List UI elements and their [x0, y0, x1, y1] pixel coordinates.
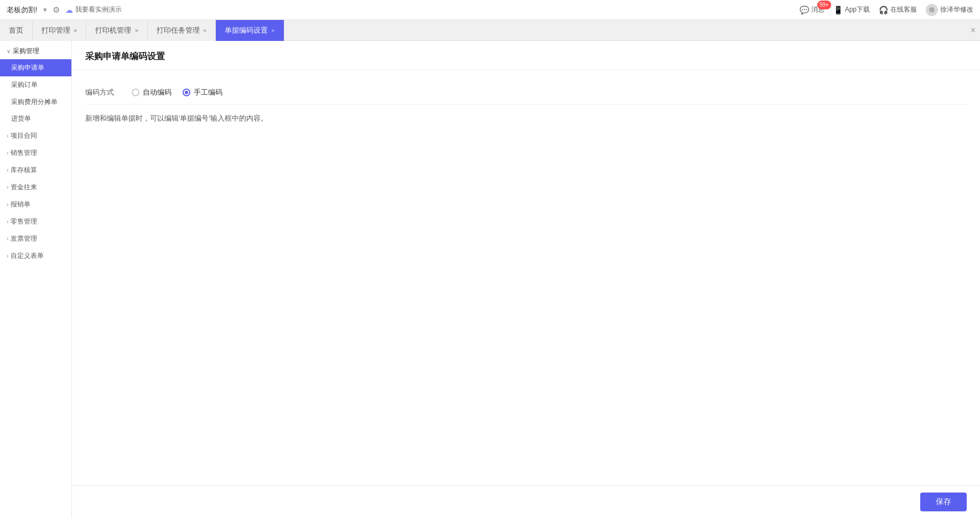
tab-printer-manage-label: 打印机管理: [95, 25, 131, 35]
search-bar[interactable]: ☁ 我要看实例演示: [65, 5, 122, 14]
content-header: 采购申请单编码设置: [72, 41, 980, 70]
sidebar-item-purchase-expense[interactable]: 采购费用分摊单: [0, 94, 71, 111]
chevron-right-icon: ›: [7, 133, 8, 139]
radio-manual-circle: [183, 89, 190, 96]
radio-group-coding: 自动编码 手工编码: [132, 87, 222, 97]
sidebar-item-purchase-expense-label: 采购费用分摊单: [11, 98, 58, 106]
app-download-btn[interactable]: 📱 App下载: [833, 5, 870, 14]
sidebar-item-project-contract-label: 项目合同: [11, 131, 37, 141]
app-download-label: App下载: [845, 5, 870, 14]
info-text: 新增和编辑单据时，可以编辑'单据编号'输入框中的内容。: [85, 113, 967, 123]
search-text: 我要看实例演示: [75, 5, 122, 14]
radio-manual-label: 手工编码: [194, 87, 222, 97]
sidebar-item-returns-label: 报销单: [11, 200, 30, 209]
coding-mode-label: 编码方式: [85, 87, 118, 97]
sidebar-item-purchase-arrival[interactable]: 进货单: [0, 110, 71, 127]
username: 徐泽华修改: [940, 5, 973, 14]
sidebar-item-purchase-order-label: 采购订单: [11, 81, 38, 89]
dropdown-icon[interactable]: ▾: [43, 6, 47, 14]
brand-text: 老板勿割!: [7, 5, 38, 15]
tab-print-task-close[interactable]: ×: [203, 27, 206, 34]
content-footer: 保存: [72, 485, 980, 518]
chevron-right-icon2: ›: [7, 150, 8, 156]
content-area: 采购申请单编码设置 编码方式 自动编码 手工编码: [72, 41, 980, 518]
sidebar-item-sales[interactable]: › 销售管理: [0, 144, 71, 162]
save-button[interactable]: 保存: [920, 493, 967, 511]
tab-print-task-label: 打印任务管理: [157, 25, 200, 35]
app-icon: 📱: [833, 6, 843, 14]
cloud-icon: ☁: [65, 6, 73, 14]
tab-home[interactable]: 首页: [0, 20, 33, 41]
sidebar-group-purchase-label: 采购管理: [13, 46, 39, 56]
chevron-right-icon5: ›: [7, 201, 8, 208]
sidebar-item-purchase-arrival-label: 进货单: [11, 115, 31, 122]
top-bar-left: 老板勿割! ▾ ⚙ ☁ 我要看实例演示: [7, 5, 122, 15]
sidebar-item-purchase-request-label: 采购申请单: [11, 64, 44, 71]
sidebar-item-purchase-order[interactable]: 采购订单: [0, 76, 71, 94]
tab-printer-manage[interactable]: 打印机管理 ×: [86, 20, 147, 41]
chevron-right-icon3: ›: [7, 167, 8, 173]
sidebar-item-returns[interactable]: › 报销单: [0, 196, 71, 213]
content-body: 编码方式 自动编码 手工编码 新增和编辑单据时，可以编辑'单据编号'输入框: [72, 70, 980, 485]
sidebar-group-purchase-title[interactable]: ∨ 采购管理: [0, 41, 71, 59]
chevron-down-icon: ∨: [7, 48, 11, 54]
headset-icon: 🎧: [879, 6, 888, 14]
sidebar-item-inventory-label: 库存核算: [11, 165, 37, 175]
sidebar-item-retail[interactable]: › 零售管理: [0, 213, 71, 230]
tab-single-barcode-close[interactable]: ×: [271, 27, 274, 34]
sidebar-item-sales-label: 销售管理: [11, 148, 37, 158]
user-menu-btn[interactable]: 徐 徐泽华修改: [926, 4, 973, 16]
tab-home-label: 首页: [9, 25, 23, 35]
tab-print-manage-label: 打印管理: [42, 25, 70, 35]
sidebar-item-capital[interactable]: › 资金往来: [0, 179, 71, 196]
chevron-right-icon6: ›: [7, 219, 8, 225]
sidebar-item-capital-label: 资金往来: [11, 183, 37, 192]
online-service-label: 在线客服: [890, 5, 917, 14]
chevron-right-icon4: ›: [7, 184, 8, 190]
notification-badge: 99+: [817, 1, 831, 9]
settings-icon[interactable]: ⚙: [53, 5, 60, 15]
sidebar-item-custom-form-label: 自定义表单: [11, 251, 44, 261]
tab-bar-close-btn[interactable]: ×: [971, 25, 980, 35]
main-layout: ∨ 采购管理 采购申请单 采购订单 采购费用分摊单 进货单 › 项目合同 › 销…: [0, 41, 980, 518]
message-icon: 💬: [800, 6, 809, 14]
tab-printer-manage-close[interactable]: ×: [134, 27, 138, 34]
chevron-right-icon7: ›: [7, 236, 8, 242]
radio-auto-circle: [132, 89, 139, 96]
sidebar-item-retail-label: 零售管理: [11, 217, 37, 226]
tab-print-task[interactable]: 打印任务管理 ×: [148, 20, 216, 41]
top-bar-right: 💬 消息 99+ 📱 App下载 🎧 在线客服 徐 徐泽华修改: [800, 4, 973, 16]
coding-mode-row: 编码方式 自动编码 手工编码: [85, 81, 967, 105]
sidebar-item-invoice-label: 发票管理: [11, 234, 37, 244]
avatar: 徐: [926, 4, 938, 16]
top-bar: 老板勿割! ▾ ⚙ ☁ 我要看实例演示 💬 消息 99+ 📱 App下载 🎧 在…: [0, 0, 980, 20]
sidebar: ∨ 采购管理 采购申请单 采购订单 采购费用分摊单 进货单 › 项目合同 › 销…: [0, 41, 72, 518]
sidebar-item-project-contract[interactable]: › 项目合同: [0, 127, 71, 144]
tab-print-manage[interactable]: 打印管理 ×: [33, 20, 86, 41]
notification-btn[interactable]: 💬 消息 99+: [800, 5, 825, 14]
sidebar-item-inventory[interactable]: › 库存核算: [0, 162, 71, 179]
info-text-content: 新增和编辑单据时，可以编辑'单据编号'输入框中的内容。: [85, 114, 268, 122]
tab-single-barcode-label: 单据编码设置: [225, 25, 268, 35]
radio-manual-coding[interactable]: 手工编码: [183, 87, 222, 97]
radio-auto-coding[interactable]: 自动编码: [132, 87, 172, 97]
sidebar-item-custom-form[interactable]: › 自定义表单: [0, 247, 71, 265]
sidebar-item-invoice[interactable]: › 发票管理: [0, 230, 71, 247]
chevron-right-icon8: ›: [7, 253, 8, 259]
tab-bar: 首页 打印管理 × 打印机管理 × 打印任务管理 × 单据编码设置 × ×: [0, 20, 980, 41]
tab-print-manage-close[interactable]: ×: [74, 27, 77, 34]
sidebar-group-purchase: ∨ 采购管理 采购申请单 采购订单 采购费用分摊单 进货单: [0, 41, 71, 127]
page-title: 采购申请单编码设置: [85, 51, 967, 63]
sidebar-item-purchase-request[interactable]: 采购申请单: [0, 59, 71, 76]
online-service-btn[interactable]: 🎧 在线客服: [879, 5, 917, 14]
radio-auto-label: 自动编码: [143, 87, 172, 97]
tab-single-barcode[interactable]: 单据编码设置 ×: [216, 20, 284, 41]
